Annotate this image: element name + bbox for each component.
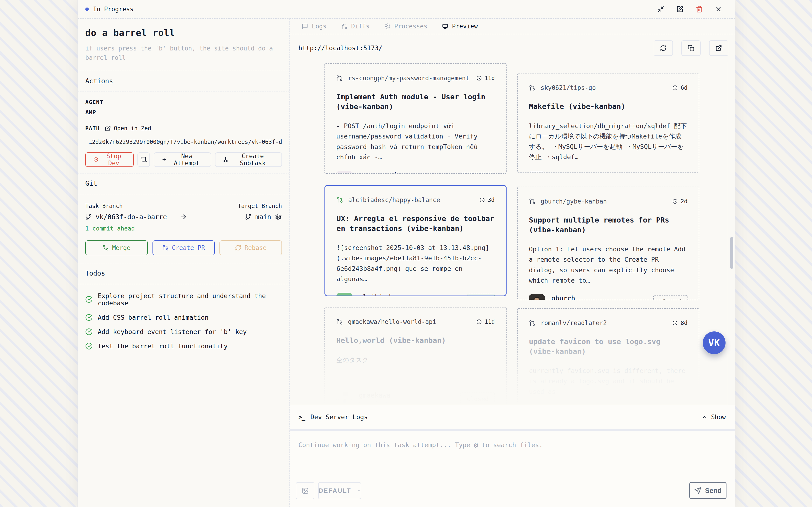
pr-card-gburch[interactable]: gburch/gybe-kanban 2d Support multiple r… [517, 186, 699, 300]
external-link-icon [105, 125, 111, 131]
status-dot-icon [85, 7, 89, 11]
clock-icon [476, 319, 482, 325]
path-row: PATH Open in Zed [85, 125, 282, 132]
chevron-up-icon [702, 414, 708, 420]
create-pr-button[interactable]: Create PR [152, 240, 215, 256]
vibe-kanban-logo[interactable]: VK [703, 331, 725, 354]
clock-icon [479, 197, 485, 203]
pr-status-badge: open [467, 294, 495, 296]
target-branch-label: Target Branch [238, 203, 282, 209]
branch-row: vk/063f-do-a-barre main [85, 213, 282, 221]
pr-card-gmaekawa[interactable]: gmaekawa/hello-world-api 11d Hello,world… [324, 307, 507, 405]
pr-title: Hello,world (vibe-kanban) [336, 336, 495, 345]
merge-button[interactable]: Merge [85, 240, 148, 256]
monitor-icon [442, 23, 448, 30]
git-heading: Git [78, 173, 290, 194]
preview-iframe: rs-cuongph/my-password-management 11d Im… [290, 62, 728, 405]
commits-ahead-label: 1 commit ahead [85, 225, 282, 232]
tab-logs[interactable]: Logs [302, 23, 326, 30]
clock-icon [672, 320, 678, 326]
pr-age: 11d [476, 75, 495, 81]
git-pull-request-icon [529, 320, 536, 326]
tab-preview[interactable]: Preview [442, 23, 478, 30]
close-icon[interactable] [715, 6, 722, 13]
pr-age: 6d [672, 84, 688, 91]
git-branch-icon [85, 214, 92, 220]
avatar [337, 293, 352, 296]
git-branch-icon [245, 214, 252, 220]
tab-processes[interactable]: Processes [384, 23, 427, 30]
open-external-button[interactable] [709, 40, 728, 56]
pr-card-alcibiadesc[interactable]: alcibiadesc/happy-balance 3d UX: Arregla… [324, 185, 507, 296]
status-indicator: In Progress [85, 6, 134, 13]
message-square-icon [302, 23, 308, 30]
rebase-button[interactable]: Rebase [219, 240, 282, 256]
stop-dev-button[interactable]: Stop Dev [85, 152, 134, 167]
task-sidebar: do a barrel roll if users press the 'b' … [78, 19, 290, 507]
refresh-icon [660, 45, 667, 51]
agent-value: AMP [85, 109, 282, 116]
preview-url[interactable]: http://localhost:5173/ [298, 44, 383, 52]
pr-description: 空のタスク [336, 355, 495, 365]
worktree-path: …2dz0k7n62z93299r0000gn/T/vibe-kanban/wo… [85, 139, 282, 145]
todos-list: Explore project structure and understand… [78, 284, 290, 358]
minimize-icon[interactable] [657, 6, 664, 13]
task-branch-label: Task Branch [85, 203, 123, 209]
dialog-header-actions [657, 6, 722, 13]
pr-age: 11d [476, 319, 495, 325]
author-role: Contributor [359, 401, 395, 405]
todo-item: Add CSS barrel roll animation [85, 314, 282, 321]
task-branch: vk/063f-do-a-barre [85, 213, 167, 221]
dev-server-logs-bar[interactable]: >_ Dev Server Logs Show [290, 405, 735, 429]
git-pull-request-icon [337, 197, 343, 203]
open-in-zed-link[interactable]: Open in Zed [105, 125, 151, 132]
pr-description: ![screenshot 2025-10-03 at 13.13.48.png]… [337, 243, 495, 284]
actions-section: AGENT AMP PATH Open in Zed …2dz0k7n62z93… [78, 92, 290, 173]
pr-age: 2d [672, 198, 688, 205]
pr-status-badge: closed [653, 295, 688, 300]
pr-card-romanlv[interactable]: romanlv/readlater2 8d update favicon to … [517, 308, 699, 405]
gear-icon [384, 23, 391, 30]
pr-title: update favicon to use logo.svg (vibe-kan… [529, 337, 688, 356]
tab-diffs[interactable]: Diffs [341, 23, 369, 30]
terminal-icon: >_ [298, 413, 305, 420]
author-name: gburch [551, 294, 587, 300]
resize-handle[interactable] [290, 429, 735, 431]
actions-heading: Actions [78, 71, 290, 92]
clock-icon [672, 85, 678, 91]
profile-select[interactable]: DEFAULT [318, 482, 361, 499]
branch-settings-gear-icon[interactable] [275, 213, 282, 220]
repo-name: rs-cuongph/my-password-management [348, 75, 471, 82]
task-detail-dialog: In Progress do a barrel roll if users pr… [78, 0, 735, 507]
attempt-content: Logs Diffs Processes Preview http://loca… [290, 19, 735, 507]
copy-icon [688, 45, 694, 51]
followup-input[interactable] [298, 441, 719, 474]
send-button[interactable]: Send [689, 482, 726, 499]
external-link-icon [715, 45, 722, 51]
create-subtask-button[interactable]: Create Subtask [215, 152, 282, 167]
pr-card-sky0621[interactable]: sky0621/tips-go 6d Makefile (vibe-kanban… [517, 73, 699, 172]
git-pull-request-icon [336, 75, 343, 81]
view-logs-button[interactable] [138, 152, 150, 167]
copy-url-button[interactable] [681, 40, 701, 56]
task-title: do a barrel roll [85, 28, 275, 38]
status-label: In Progress [93, 6, 134, 13]
pr-title: Implement Auth module - User login (vibe… [336, 92, 495, 111]
edit-icon[interactable] [676, 6, 683, 13]
new-attempt-button[interactable]: New Attempt [154, 152, 211, 167]
repo-name: alcibiadesc/happy-balance [348, 196, 474, 204]
author-name: rs-cuongph [359, 171, 399, 174]
refresh-button[interactable] [654, 40, 673, 56]
delete-icon[interactable] [696, 6, 703, 13]
preview-scrollbar[interactable] [730, 237, 733, 269]
scroll-icon [141, 156, 147, 163]
check-circle-icon [85, 314, 93, 321]
pr-card-rs-cuongph[interactable]: rs-cuongph/my-password-management 11d Im… [324, 63, 507, 174]
repo-name: gmaekawa/hello-world-api [348, 318, 471, 325]
pr-title: Support multiple remotes for PRs (vibe-k… [529, 215, 688, 235]
git-merge-icon [102, 244, 109, 251]
repo-name: romanlv/readlater2 [541, 320, 667, 327]
show-logs-toggle[interactable]: Show [702, 413, 726, 420]
stop-circle-icon [93, 156, 98, 163]
attach-image-button[interactable] [296, 482, 314, 499]
